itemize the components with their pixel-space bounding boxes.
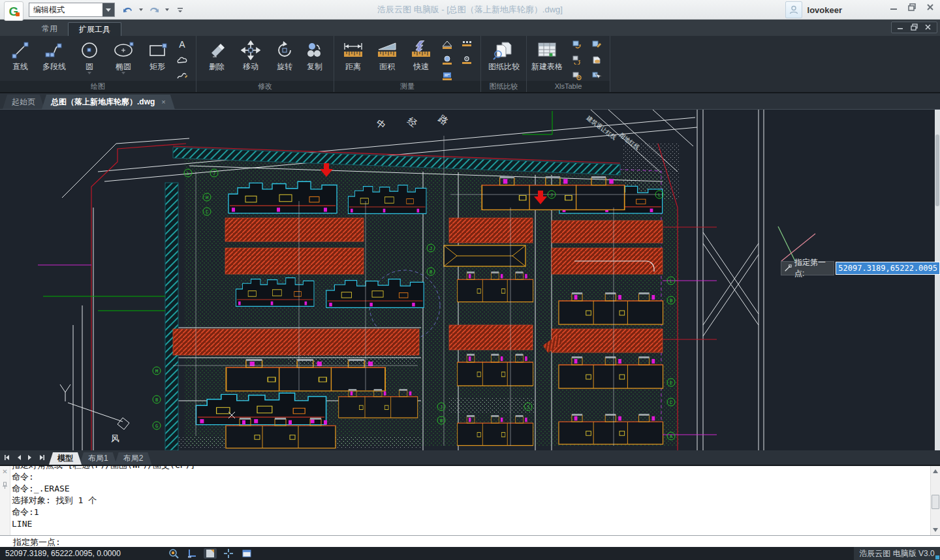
- svg-text:L: L: [658, 193, 661, 198]
- copy-button[interactable]: 复制: [298, 38, 331, 80]
- quick-access-more-icon[interactable]: [172, 2, 188, 18]
- mdi-close-button[interactable]: [924, 22, 932, 33]
- rectangle-button[interactable]: 矩形: [141, 38, 174, 80]
- dynamic-input-value: 52097.3189,65222.0095: [836, 262, 939, 274]
- drawing-canvas[interactable]: 风 中经路 建筑退让红线 用地红线 L7HCMBGJBJBJJLLBECA 指定…: [0, 110, 940, 450]
- group-label-xlstable: XlsTable: [527, 81, 610, 92]
- drawing-compare-button[interactable]: 图纸比较: [484, 38, 524, 80]
- area-button[interactable]: 面积: [371, 38, 403, 80]
- minimize-button[interactable]: [889, 3, 898, 12]
- wind-label: 风: [111, 433, 119, 443]
- ortho-status-icon[interactable]: [185, 548, 198, 559]
- erase-button[interactable]: 删除: [200, 38, 233, 80]
- prev-layout-button[interactable]: [16, 452, 22, 463]
- xls-export-button[interactable]: [570, 70, 584, 82]
- ellipse-dropdown-arrow[interactable]: [121, 72, 125, 74]
- command-panel-pin-icon[interactable]: [2, 482, 8, 490]
- rotate-button[interactable]: 旋转: [268, 38, 301, 80]
- xls-refresh-button[interactable]: [570, 54, 584, 66]
- zoom-status-icon[interactable]: [167, 548, 180, 559]
- new-table-icon: [537, 38, 557, 63]
- close-button[interactable]: [926, 3, 935, 12]
- svg-text:J: J: [550, 193, 553, 198]
- crosshair-status-icon[interactable]: [222, 548, 235, 559]
- canvas-vertical-scrollbar[interactable]: [935, 110, 940, 450]
- distance-button[interactable]: 距离: [337, 38, 369, 80]
- command-scrollbar[interactable]: [930, 466, 940, 535]
- ribbon-tab-bar: 常用 扩展工具: [0, 20, 940, 36]
- tab-drawing[interactable]: 总图（落上新地库轮廓）.dwg ×: [42, 95, 175, 109]
- sketch-button[interactable]: [175, 70, 189, 82]
- xls-edit-button[interactable]: [589, 39, 604, 50]
- distance-icon: [343, 38, 364, 63]
- new-table-button[interactable]: 新建表格: [528, 38, 566, 80]
- scroll-down-arrow[interactable]: [933, 528, 938, 532]
- command-prompt[interactable]: 指定第一点:: [0, 535, 940, 548]
- scroll-thumb[interactable]: [932, 495, 939, 509]
- tab-layout2[interactable]: 布局2: [115, 452, 152, 465]
- dynamic-input-field[interactable]: 52097.3189,65222.0095: [836, 262, 940, 275]
- mode-dropdown[interactable]: 编辑模式: [29, 3, 115, 17]
- undo-button[interactable]: [120, 2, 136, 18]
- command-line-clipped: 指定对角点或 [栏选(F)/圈围(WP)/圈交(CP)]: [12, 466, 930, 471]
- app-logo-icon[interactable]: G: [4, 1, 24, 21]
- tab-extension-tools[interactable]: 扩展工具: [68, 22, 121, 36]
- command-history[interactable]: 指定对角点或 [栏选(F)/圈围(WP)/圈交(CP)] 命令: 命令:_.ER…: [12, 466, 930, 534]
- svg-text:H: H: [206, 195, 208, 200]
- dynamic-input-label: 指定第一点:: [794, 257, 830, 279]
- first-layout-button[interactable]: [4, 452, 10, 463]
- group-label-draw: 绘图: [0, 81, 196, 92]
- text-button[interactable]: A: [175, 39, 189, 50]
- circle-button[interactable]: 圆: [73, 38, 106, 80]
- redo-button[interactable]: [146, 2, 162, 18]
- command-line: 命令:_.ERASE: [12, 483, 930, 495]
- undo-dropdown-arrow[interactable]: [137, 2, 145, 18]
- measure-grid-button[interactable]: [460, 39, 474, 50]
- status-bar: 52097.3189, 65222.0095, 0.0000 浩辰云图 电脑版 …: [0, 547, 940, 560]
- mdi-restore-button[interactable]: [911, 22, 918, 33]
- measure-arc-button[interactable]: [440, 54, 454, 66]
- measure-list-button[interactable]: [440, 70, 454, 82]
- next-layout-button[interactable]: [27, 452, 33, 463]
- move-button[interactable]: 移动: [234, 38, 267, 80]
- line-cursor-icon: [784, 264, 792, 273]
- revision-cloud-button[interactable]: [175, 54, 189, 66]
- measure-angle-button[interactable]: [440, 39, 454, 50]
- measure-settings-button[interactable]: [460, 54, 474, 66]
- circle-icon: [80, 38, 99, 63]
- ellipse-button[interactable]: 椭圆: [107, 38, 140, 80]
- resize-grip[interactable]: [935, 555, 939, 559]
- tab-layout1[interactable]: 布局1: [80, 452, 117, 465]
- mode-dropdown-arrow[interactable]: [102, 3, 114, 16]
- circle-dropdown-arrow[interactable]: [87, 72, 91, 74]
- user-avatar[interactable]: [785, 1, 802, 18]
- quick-measure-button[interactable]: 快速: [405, 38, 437, 80]
- mdi-minimize-button[interactable]: [897, 22, 904, 33]
- command-line: 命令:1: [12, 506, 930, 518]
- command-line: LINE: [12, 518, 930, 530]
- line-button[interactable]: 直线: [4, 38, 37, 80]
- group-label-compare: 图纸比较: [481, 81, 526, 92]
- redo-dropdown-arrow[interactable]: [163, 2, 171, 18]
- restore-button[interactable]: [907, 3, 916, 12]
- tab-close-icon[interactable]: ×: [161, 98, 165, 106]
- xls-select-button[interactable]: [589, 70, 604, 82]
- polyline-icon: [44, 38, 65, 63]
- polyline-button[interactable]: 多段线: [38, 38, 70, 80]
- last-layout-button[interactable]: [39, 452, 45, 463]
- grid-status-icon[interactable]: [204, 548, 217, 559]
- ellipse-icon: [112, 38, 134, 63]
- ribbon-group-modify: 删除 移动 旋转 复制 修改: [196, 36, 334, 92]
- layout-status-icon[interactable]: [240, 548, 253, 559]
- xls-update-button[interactable]: [570, 39, 584, 50]
- tab-common[interactable]: 常用: [31, 22, 68, 36]
- scroll-up-arrow[interactable]: [933, 469, 938, 473]
- quick-measure-icon: [411, 38, 431, 63]
- tab-model[interactable]: 模型: [49, 452, 82, 465]
- tab-start-page[interactable]: 起始页: [3, 95, 44, 109]
- group-label-modify: 修改: [196, 81, 334, 92]
- command-panel-close-icon[interactable]: ✕: [2, 469, 7, 475]
- xls-recognize-button[interactable]: [589, 54, 604, 66]
- site-plan-drawing: 风 中经路 建筑退让红线 用地红线 L7HCMBGJBJBJJLLBECA: [0, 110, 940, 450]
- app-window: G 编辑模式 浩辰云图 电脑版 - [总图（落上新地库轮廓）.dwg] lovo…: [0, 0, 940, 560]
